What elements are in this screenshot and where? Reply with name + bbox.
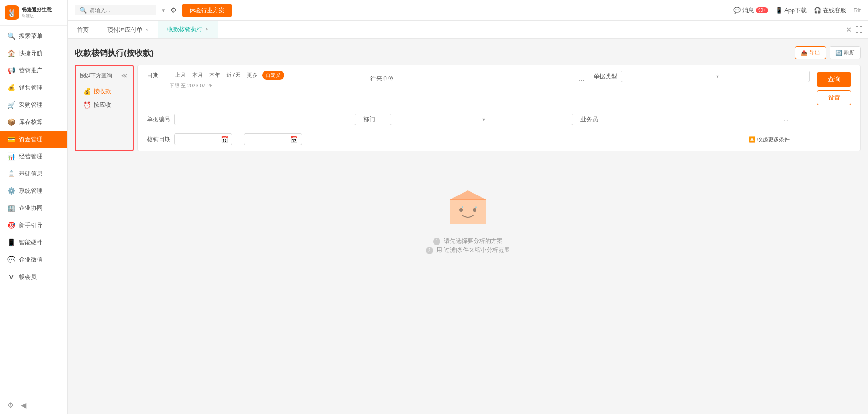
export-icon: 📤 — [801, 50, 807, 56]
sidebar-item-guide[interactable]: 🎯 新手引导 — [0, 217, 67, 234]
user-name: Rit — [854, 7, 861, 14]
date-shortcuts: 上月 本月 本年 近7天 更多 自定义 — [173, 71, 284, 80]
filter-by-receipt[interactable]: 💰 按收款 — [80, 85, 129, 98]
dept-select[interactable]: ▾ — [390, 114, 573, 125]
receipt-icon: 💰 — [83, 88, 91, 95]
filter-dept-group: 部门 ▾ — [363, 114, 573, 125]
filter-panel: 按以下方查询 ≪ 💰 按收款 ⏰ 按应收 日期 — [75, 65, 861, 151]
industry-btn[interactable]: 休验行业方案 — [182, 4, 232, 17]
sidebar-item-sales[interactable]: 💰 销售管理 — [0, 79, 67, 96]
docno-input[interactable] — [174, 114, 356, 125]
date-7days[interactable]: 近7天 — [225, 71, 242, 80]
gear-icon: ⚙️ — [7, 187, 15, 195]
svg-point-6 — [475, 206, 477, 208]
empty-svg — [441, 184, 495, 229]
sidebar-item-operation[interactable]: 📊 经营管理 — [0, 148, 67, 165]
tab-close-receipt[interactable]: ✕ — [205, 27, 209, 32]
date-this-year[interactable]: 本年 — [208, 71, 222, 80]
date-more[interactable]: 更多 — [245, 71, 259, 80]
collapse-btn[interactable]: 🔼 收起更多条件 — [749, 134, 790, 145]
sidebar: 🐰 畅捷通好生意 标准版 🔍 搜索菜单 🏠 快捷导航 📢 营销推广 💰 销售管理… — [0, 0, 68, 414]
counterpart-dots-btn[interactable]: ... — [577, 72, 586, 84]
filter-by-receivable[interactable]: ⏰ 按应收 — [80, 98, 129, 112]
guide-icon: 🎯 — [7, 221, 15, 229]
filter-staff-group: 业务员 ... — [580, 111, 790, 127]
topbar-search-input[interactable] — [90, 7, 144, 14]
verify-date-end-input[interactable]: 2023-07-21 — [248, 136, 288, 143]
filter-actions: 查询 设置 — [817, 71, 851, 105]
settings-btn[interactable]: 设置 — [817, 90, 851, 105]
query-btn[interactable]: 查询 — [817, 72, 851, 87]
sidebar-item-quick-nav[interactable]: 🏠 快捷导航 — [0, 45, 67, 62]
svg-point-4 — [473, 208, 476, 212]
logo-icon: 🐰 — [5, 5, 19, 20]
sidebar-item-basic[interactable]: 📋 基础信息 — [0, 165, 67, 182]
sidebar-item-system[interactable]: ⚙️ 系统管理 — [0, 182, 67, 200]
service-btn[interactable]: 🎧 在线客服 — [814, 6, 846, 14]
calendar-start-icon[interactable]: 📅 — [221, 136, 228, 143]
calendar-end-icon[interactable]: 📅 — [290, 136, 298, 143]
tab-close-all-icon[interactable]: ✕ — [846, 25, 852, 34]
sidebar-footer: ⚙ ◀ — [0, 396, 67, 414]
filter-docno-group: 单据编号 — [147, 114, 356, 125]
sidebar-item-search[interactable]: 🔍 搜索菜单 — [0, 28, 67, 45]
tab-prepay[interactable]: 预付冲应付单 ✕ — [98, 21, 158, 38]
cart-icon: 🛒 — [7, 101, 15, 109]
counterpart-label: 往来单位 — [370, 75, 394, 83]
dept-label: 部门 — [363, 115, 386, 124]
page-actions: 📤 导出 🔄 刷新 — [795, 46, 861, 59]
topbar-search-wrap[interactable]: 🔍 — [75, 5, 156, 15]
tab-home[interactable]: 首页 — [68, 21, 98, 38]
tab-receipt[interactable]: 收款核销执行 ✕ — [158, 21, 218, 38]
filter-row-1: 日期 上月 本月 本年 近7天 更多 自定义 不限 至 2023-0 — [147, 71, 851, 105]
app-download-btn[interactable]: 📱 App下载 — [775, 6, 807, 14]
app-icon: 📱 — [775, 7, 783, 14]
date-last-month[interactable]: 上月 — [173, 71, 188, 80]
logo-text: 畅捷通好生意 标准版 — [22, 6, 52, 19]
date-custom[interactable]: 自定义 — [262, 71, 284, 80]
verify-date-start-input[interactable]: 2023-03-01 — [178, 136, 219, 143]
verify-date-end-wrap[interactable]: 2023-07-21 📅 — [244, 133, 302, 145]
sidebar-item-marketing[interactable]: 📢 营销推广 — [0, 62, 67, 79]
home-icon: 🏠 — [7, 49, 15, 57]
hint-num-1: 1 — [433, 238, 440, 245]
sidebar-item-finance[interactable]: 💳 资金管理 — [0, 131, 67, 148]
topbar-gear-icon[interactable]: ⚙ — [170, 6, 177, 14]
filter-sidebar: 按以下方查询 ≪ 💰 按收款 ⏰ 按应收 — [75, 65, 134, 151]
doctype-arrow-icon: ▾ — [716, 73, 806, 80]
topbar-dropdown-icon[interactable]: ▾ — [162, 7, 165, 14]
tab-close-prepay[interactable]: ✕ — [145, 27, 149, 32]
main-area: 🔍 ▾ ⚙ 休验行业方案 💬 消息 99+ 📱 App下载 🎧 在线客服 Rit — [68, 0, 868, 414]
sidebar-item-hardware[interactable]: 📱 智能硬件 — [0, 234, 67, 251]
page-header: 收款核销执行(按收款) 📤 导出 🔄 刷新 — [75, 46, 861, 59]
tab-expand-icon[interactable]: ⛶ — [855, 26, 863, 34]
export-btn[interactable]: 📤 导出 — [795, 46, 826, 59]
message-badge: 99+ — [756, 7, 768, 13]
sidebar-item-cooperation[interactable]: 🏢 企业协同 — [0, 200, 67, 217]
box-icon: 📦 — [7, 118, 15, 126]
message-btn[interactable]: 💬 消息 99+ — [733, 6, 768, 14]
sidebar-item-wechat[interactable]: 💬 企业微信 — [0, 251, 67, 268]
sidebar-logo: 🐰 畅捷通好生意 标准版 — [0, 0, 67, 26]
sidebar-item-member[interactable]: V 畅会员 — [0, 268, 67, 286]
filter-row-2: 单据编号 部门 ▾ 业务员 ... — [147, 111, 851, 127]
svg-point-3 — [459, 208, 463, 212]
search-icon: 🔍 — [7, 32, 15, 40]
wechat-icon: 💬 — [7, 256, 15, 264]
refresh-btn[interactable]: 🔄 刷新 — [830, 46, 861, 59]
verify-date-start-wrap[interactable]: 2023-03-01 📅 — [174, 133, 232, 145]
footer-settings-icon[interactable]: ⚙ — [7, 401, 14, 409]
sidebar-item-purchase[interactable]: 🛒 采购管理 — [0, 96, 67, 114]
hint-num-2: 2 — [426, 247, 433, 254]
staff-dots-btn[interactable]: ... — [780, 113, 790, 125]
topbar: 🔍 ▾ ⚙ 休验行业方案 💬 消息 99+ 📱 App下载 🎧 在线客服 Rit — [68, 0, 868, 21]
footer-collapse-icon[interactable]: ◀ — [21, 401, 26, 409]
sidebar-item-inventory[interactable]: 📦 库存核算 — [0, 114, 67, 131]
service-icon: 🎧 — [814, 7, 821, 14]
date-this-month[interactable]: 本月 — [190, 71, 205, 80]
doctype-select[interactable]: ▾ — [621, 71, 810, 82]
docno-label: 单据编号 — [147, 115, 170, 124]
filter-collapse-icon[interactable]: ≪ — [119, 70, 129, 81]
page-title: 收款核销执行(按收款) — [75, 48, 154, 58]
sales-icon: 💰 — [7, 84, 15, 92]
